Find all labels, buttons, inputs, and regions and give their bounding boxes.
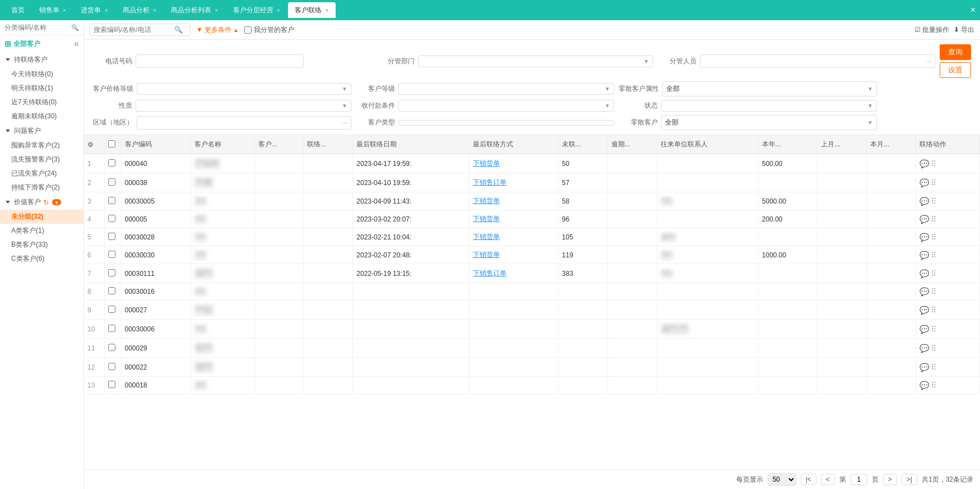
reset-btn[interactable]: 设置 — [940, 62, 971, 78]
contact-icon[interactable]: 💬 — [919, 325, 929, 334]
status-select[interactable]: ▼ — [661, 100, 877, 112]
retail-customer-select[interactable]: 全部 ▼ — [661, 115, 877, 130]
menu-icon[interactable]: ⠿ — [931, 215, 936, 224]
sidebar-item-7days[interactable]: 近7天待联络(0) — [0, 95, 83, 109]
customer-name[interactable]: *** — [191, 377, 254, 394]
row-checkbox[interactable] — [108, 251, 115, 258]
last-contact-method[interactable] — [469, 377, 558, 394]
menu-icon[interactable]: ⠿ — [931, 251, 936, 260]
row-checkbox[interactable] — [108, 233, 115, 240]
sidebar-item-class-c[interactable]: C类客户(6) — [0, 252, 83, 266]
row-checkbox[interactable] — [108, 363, 115, 370]
collapse-sidebar-icon[interactable]: « — [74, 39, 79, 49]
customer-name[interactable]: 扑*** — [191, 339, 254, 358]
last-contact-method[interactable] — [469, 301, 558, 320]
row-checkbox[interactable] — [108, 197, 115, 204]
row-checkbox[interactable] — [108, 178, 115, 186]
customer-name[interactable]: ***伙伴 — [191, 154, 254, 173]
close-goods-analysis-icon[interactable]: × — [153, 7, 156, 13]
staff-more-icon[interactable]: ··· — [926, 57, 931, 65]
menu-icon[interactable]: ⠿ — [931, 269, 936, 278]
window-close-icon[interactable]: × — [970, 5, 976, 15]
contact-icon[interactable]: 💬 — [919, 233, 929, 242]
prev-page-btn[interactable]: < — [821, 474, 835, 485]
customer-name[interactable]: ***公 — [191, 301, 254, 320]
close-purchase-icon[interactable]: × — [104, 7, 108, 13]
batch-op-btn[interactable]: ☑ 批量操作 — [914, 25, 949, 35]
menu-icon[interactable]: ⠿ — [931, 233, 936, 242]
contact-icon[interactable]: 💬 — [919, 287, 929, 296]
retail-attr-select[interactable]: 全部 ▼ — [662, 81, 877, 96]
last-contact-method[interactable] — [469, 358, 558, 377]
last-contact-method[interactable]: 下销售订单 — [469, 173, 558, 192]
close-customer-tier-icon[interactable]: × — [277, 7, 280, 13]
export-btn[interactable]: ⬇ 导出 — [954, 25, 974, 35]
customer-type-select[interactable] — [398, 120, 614, 126]
sidebar-item-class-a[interactable]: A类客户(1) — [0, 224, 83, 238]
tab-customer-tier[interactable]: 客户分层经营 × — [226, 2, 287, 18]
sidebar-item-churn-warning[interactable]: 流失预警客户(3) — [0, 153, 83, 167]
last-page-btn[interactable]: >| — [902, 474, 917, 485]
menu-icon[interactable]: ⠿ — [931, 381, 936, 390]
customer-name[interactable]: *** — [191, 283, 254, 301]
row-checkbox[interactable] — [108, 159, 115, 167]
contact-icon[interactable]: 💬 — [919, 178, 929, 187]
region-select[interactable]: ··· — [137, 116, 351, 130]
staff-select[interactable]: ··· — [700, 54, 935, 68]
customer-name[interactable]: 远*** — [191, 264, 254, 283]
tab-customer-contact[interactable]: 客户联络 × — [288, 2, 335, 18]
menu-icon[interactable]: ⠿ — [931, 325, 936, 334]
contact-icon[interactable]: 💬 — [919, 269, 929, 278]
sidebar-item-declining[interactable]: 持续下滑客户(2) — [0, 181, 83, 195]
menu-icon[interactable]: ⠿ — [931, 363, 936, 372]
row-checkbox[interactable] — [108, 269, 115, 276]
select-all-checkbox[interactable] — [108, 140, 115, 147]
main-search-input[interactable] — [94, 26, 172, 34]
more-filters-btn[interactable]: ▼ 更多条件 ▲ — [196, 25, 239, 35]
contact-icon[interactable]: 💬 — [919, 363, 929, 372]
sidebar-item-tomorrow[interactable]: 明天待联络(1) — [0, 81, 83, 95]
last-contact-method[interactable]: 下销货单 — [469, 228, 558, 246]
dept-select[interactable]: ▼ — [418, 56, 653, 67]
row-checkbox[interactable] — [108, 306, 115, 313]
last-contact-method[interactable] — [469, 320, 558, 339]
tab-home[interactable]: 首页 — [4, 2, 31, 18]
sidebar-item-stockpile[interactable]: 囤购异常客户(2) — [0, 139, 83, 153]
pending-contact-group[interactable]: 待联络客户 — [0, 52, 83, 67]
customer-name[interactable]: *** — [191, 228, 254, 246]
first-page-btn[interactable]: |< — [801, 474, 816, 485]
contact-icon[interactable]: 💬 — [919, 306, 929, 315]
sidebar-item-ungroup[interactable]: 未分组(32) — [0, 210, 83, 224]
refresh-icon[interactable]: ↻ — [43, 199, 49, 206]
contact-icon[interactable]: 💬 — [919, 159, 929, 168]
sidebar-search-input[interactable] — [4, 24, 69, 31]
last-contact-method[interactable] — [469, 339, 558, 358]
customer-name[interactable]: ***请 — [191, 173, 254, 192]
next-page-btn[interactable]: > — [883, 474, 897, 485]
tab-goods-list[interactable]: 商品分析列表 × — [164, 2, 225, 18]
customer-grade-select[interactable]: ▼ — [398, 83, 614, 95]
row-checkbox[interactable] — [108, 381, 115, 388]
main-search-icon[interactable]: 🔍 — [174, 26, 183, 34]
price-grade-select[interactable]: ▼ — [137, 83, 351, 95]
menu-icon[interactable]: ⠿ — [931, 159, 936, 168]
value-customer-group[interactable]: 价值客户 ↻ ● — [0, 195, 83, 210]
row-checkbox[interactable] — [108, 215, 115, 222]
contact-icon[interactable]: 💬 — [919, 215, 929, 224]
contact-icon[interactable]: 💬 — [919, 251, 929, 260]
per-page-select[interactable]: 50 100 — [768, 473, 796, 486]
sidebar-item-today[interactable]: 今天待联络(0) — [0, 67, 83, 81]
tab-purchase[interactable]: 进货单 × — [74, 2, 114, 18]
last-contact-method[interactable]: 下销货单 — [469, 246, 558, 264]
tab-goods-analysis[interactable]: 商品分析 × — [116, 2, 163, 18]
menu-icon[interactable]: ⠿ — [931, 178, 936, 187]
sidebar-item-class-b[interactable]: B类客户(33) — [0, 238, 83, 252]
close-sales-icon[interactable]: × — [63, 7, 66, 13]
menu-icon[interactable]: ⠿ — [931, 197, 936, 206]
customer-name[interactable]: *** — [191, 210, 254, 228]
row-checkbox[interactable] — [108, 325, 115, 332]
contact-icon[interactable]: 💬 — [919, 197, 929, 206]
sidebar-item-overdue[interactable]: 逾期未联络(30) — [0, 109, 83, 123]
menu-icon[interactable]: ⠿ — [931, 287, 936, 296]
sidebar-search-icon[interactable] — [71, 24, 79, 31]
